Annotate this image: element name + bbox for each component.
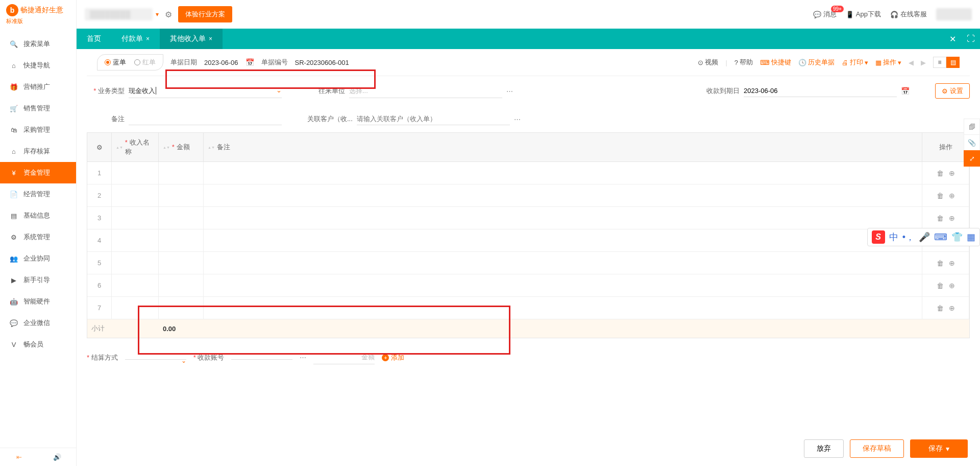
view-list-button[interactable]: ≡ <box>933 57 946 68</box>
sidebar-item-1[interactable]: ⌂快捷导航 <box>0 55 76 76</box>
col-amount[interactable]: ▲▼金额 <box>159 133 204 161</box>
cell-income-name[interactable] <box>112 162 159 184</box>
sidebar-item-7[interactable]: 📄经营管理 <box>0 183 76 205</box>
copy-row-icon[interactable]: ⊕ <box>949 259 955 267</box>
cell-amount[interactable] <box>159 229 204 251</box>
ime-toolbox-icon[interactable]: ▦ <box>967 231 975 243</box>
side-tool-expand[interactable]: ⤢ <box>964 150 980 167</box>
party-select[interactable]: 选择... <box>349 84 502 98</box>
next-page-icon[interactable]: ▶ <box>921 59 926 66</box>
delete-row-icon[interactable]: 🗑 <box>937 304 944 312</box>
tab-2[interactable]: 其他收入单× <box>160 29 223 49</box>
more-icon[interactable]: ⋯ <box>300 354 306 361</box>
settle-account-select[interactable] <box>231 355 292 360</box>
copy-row-icon[interactable]: ⊕ <box>949 304 955 312</box>
save-button[interactable]: 保存 ▾ <box>910 439 968 458</box>
add-settlement-button[interactable]: + 添加 <box>382 353 404 362</box>
ime-cn-icon[interactable]: 中 <box>889 231 898 243</box>
cell-remark[interactable] <box>204 184 922 206</box>
cell-amount[interactable] <box>159 207 204 229</box>
discard-button[interactable]: 放弃 <box>804 439 844 458</box>
ime-mic-icon[interactable]: 🎤 <box>919 231 930 243</box>
delete-row-icon[interactable]: 🗑 <box>937 259 944 267</box>
cell-amount[interactable] <box>159 252 204 274</box>
trial-button[interactable]: 体验行业方案 <box>178 6 232 22</box>
cell-income-name[interactable] <box>112 274 159 296</box>
side-tool-attach[interactable]: 📎 <box>964 134 980 151</box>
sidebar-item-5[interactable]: ⌂库存核算 <box>0 141 76 162</box>
tab-close-all-icon[interactable]: ✕ <box>943 34 962 44</box>
sidebar-sound[interactable]: 🔊 <box>38 448 77 466</box>
cell-remark[interactable] <box>204 297 922 319</box>
cell-income-name[interactable] <box>112 229 159 251</box>
copy-row-icon[interactable]: ⊕ <box>949 169 955 177</box>
video-link[interactable]: ⊙视频 <box>698 58 718 67</box>
operate-link[interactable]: ▦操作▾ <box>875 58 901 67</box>
sidebar-item-13[interactable]: 💬企业微信 <box>0 312 76 334</box>
chevron-down-icon[interactable]: ▾ <box>156 11 159 18</box>
copy-row-icon[interactable]: ⊕ <box>949 214 955 222</box>
user-avatar[interactable] <box>936 8 972 20</box>
cell-remark[interactable] <box>204 229 922 251</box>
grid-row[interactable]: 2🗑⊕ <box>87 184 969 207</box>
cell-amount[interactable] <box>159 274 204 296</box>
side-tool-note[interactable]: 🗐 <box>964 119 980 135</box>
help-link[interactable]: ?帮助 <box>734 58 753 67</box>
cell-income-name[interactable] <box>112 184 159 206</box>
due-date-input[interactable] <box>744 85 897 97</box>
sidebar-collapse-left[interactable]: ⇤ <box>0 448 38 466</box>
cell-income-name[interactable] <box>112 207 159 229</box>
settings-button[interactable]: ⚙ 设置 <box>935 83 970 99</box>
biz-type-select[interactable]: 现金收入 ⌄ <box>129 84 282 98</box>
ime-logo-icon[interactable]: S <box>872 230 885 244</box>
grid-row[interactable]: 4🗑⊕ <box>87 229 969 252</box>
sidebar-item-14[interactable]: V畅会员 <box>0 334 76 355</box>
cell-remark[interactable] <box>204 252 922 274</box>
grid-row[interactable]: 1🗑⊕ <box>87 162 969 184</box>
cell-amount[interactable] <box>159 162 204 184</box>
radio-blue-order[interactable]: 蓝单 <box>105 58 126 67</box>
cell-income-name[interactable] <box>112 252 159 274</box>
calendar-icon[interactable]: 📅 <box>901 87 910 95</box>
sidebar-item-8[interactable]: ▤基础信息 <box>0 205 76 226</box>
radio-red-order[interactable]: 红单 <box>134 58 156 67</box>
delete-row-icon[interactable]: 🗑 <box>937 169 944 177</box>
sidebar-item-12[interactable]: 🤖智能硬件 <box>0 291 76 312</box>
sidebar-item-0[interactable]: 🔍搜索菜单 <box>0 33 76 55</box>
grid-row[interactable]: 5🗑⊕ <box>87 252 969 274</box>
sidebar-item-10[interactable]: 👥企业协同 <box>0 248 76 269</box>
messages-link[interactable]: 💬 消息 99+ <box>813 10 837 19</box>
gear-icon[interactable]: ⚙ <box>165 10 172 19</box>
settle-amount-input[interactable]: 金额 <box>313 351 375 364</box>
copy-row-icon[interactable]: ⊕ <box>949 282 955 290</box>
ime-skin-icon[interactable]: 👕 <box>951 231 963 243</box>
sidebar-item-6[interactable]: ¥资金管理 <box>0 162 76 183</box>
more-icon[interactable]: ⋯ <box>506 87 513 95</box>
remark-input[interactable] <box>129 113 282 125</box>
grid-row[interactable]: 3🗑⊕ <box>87 207 969 229</box>
col-remark[interactable]: ▲▼备注 <box>204 133 922 161</box>
calendar-icon[interactable]: 📅 <box>246 58 254 66</box>
sidebar-item-11[interactable]: ▶新手引导 <box>0 269 76 291</box>
cell-amount[interactable] <box>159 297 204 319</box>
cell-remark[interactable] <box>204 274 922 296</box>
delete-row-icon[interactable]: 🗑 <box>937 192 944 200</box>
shortcut-link[interactable]: ⌨快捷键 <box>760 58 791 67</box>
close-icon[interactable]: × <box>209 35 212 42</box>
cell-remark[interactable] <box>204 162 922 184</box>
cell-amount[interactable] <box>159 184 204 206</box>
sidebar-item-9[interactable]: ⚙系统管理 <box>0 226 76 248</box>
view-detail-button[interactable]: ▤ <box>946 57 960 68</box>
save-draft-button[interactable]: 保存草稿 <box>850 439 904 458</box>
tab-1[interactable]: 付款单× <box>111 29 160 49</box>
cell-income-name[interactable] <box>112 297 159 319</box>
delete-row-icon[interactable]: 🗑 <box>937 214 944 222</box>
grid-row[interactable]: 7🗑⊕ <box>87 297 969 319</box>
related-customer-input[interactable] <box>357 113 510 125</box>
support-link[interactable]: 🎧 在线客服 <box>890 10 927 19</box>
company-selector[interactable]: ████████ <box>85 8 153 20</box>
sidebar-item-3[interactable]: 🛒销售管理 <box>0 98 76 119</box>
app-download-link[interactable]: 📱 App下载 <box>846 10 881 19</box>
grid-settings-icon[interactable]: ⚙ <box>87 133 112 161</box>
tab-expand-icon[interactable]: ⛶ <box>962 34 980 43</box>
